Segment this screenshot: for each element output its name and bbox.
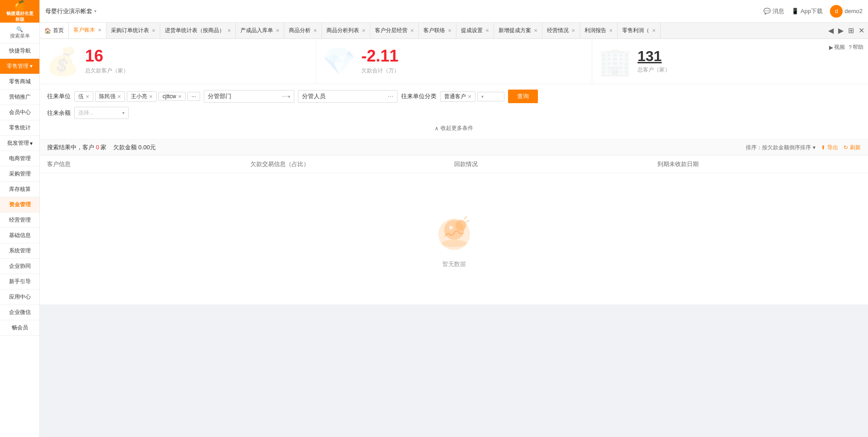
sidebar-item-basic-info[interactable]: 基础信息 — [0, 228, 39, 243]
sidebar-item-operation-mgmt[interactable]: 经营管理 — [0, 213, 39, 228]
help-btn[interactable]: ? 帮助 — [849, 43, 863, 51]
tab-new-promotion[interactable]: 新增提成方案 ✕ — [494, 23, 542, 39]
close-icon2[interactable]: ✕ — [227, 28, 231, 33]
refresh-icon: ↻ — [844, 144, 848, 151]
table-col-customer-info: 客户信息 — [47, 160, 250, 168]
app-download-btn[interactable]: 📱 App下载 — [791, 7, 823, 15]
empty-text: 暂无数据 — [442, 260, 466, 268]
sidebar-item-enterprise-wechat[interactable]: 企业微信 — [0, 305, 39, 320]
close-icon4[interactable]: ✕ — [313, 28, 317, 33]
remove-tag-chen[interactable]: ✕ — [117, 94, 121, 99]
remove-tag-wang[interactable]: ✕ — [149, 94, 153, 99]
tab-retail-profit-label: 零售利润（ — [622, 27, 649, 34]
sidebar-item-wholesale-mgmt[interactable]: 批发管理▾ — [0, 136, 39, 151]
sidebar-item-capital-mgmt[interactable]: 资金管理 — [0, 197, 39, 213]
close-icon6[interactable]: ✕ — [410, 28, 414, 33]
account-selector-arrow: ▾ — [94, 9, 96, 14]
tab-home[interactable]: 🏠 首页 — [40, 23, 69, 39]
tab-incoming-stats-label: 进货单统计表（按商品） — [165, 27, 225, 34]
export-btn[interactable]: ⬆ 导出 — [821, 144, 838, 152]
sidebar-item-retail-mall[interactable]: 零售商城 — [0, 74, 39, 90]
sidebar-item-member-center[interactable]: 会员中心 — [0, 105, 39, 120]
message-btn[interactable]: 💬 消息 — [763, 7, 784, 15]
tab-customer-tier[interactable]: 客户分层经营 ✕ — [370, 23, 419, 39]
sidebar-item-enterprise-collab[interactable]: 企业协同 — [0, 259, 39, 274]
close-icon11[interactable]: ✕ — [609, 28, 613, 33]
table-col-repay-info: 回款情况 — [454, 160, 657, 168]
sidebar-item-ecommerce-mgmt[interactable]: 电商管理 — [0, 151, 39, 166]
tab-purchase-order-stats[interactable]: 采购订单统计表 ✕ — [106, 23, 160, 39]
sidebar-item-purchase-mgmt[interactable]: 采购管理 — [0, 166, 39, 182]
tab-product-analysis-list-label: 商品分析列表 — [326, 27, 359, 34]
remove-tag-cjttcw[interactable]: ✕ — [178, 94, 182, 99]
unit-class-select[interactable]: ▾ — [477, 92, 504, 101]
video-label: 视频 — [834, 43, 845, 51]
filter-tag-more[interactable]: ··· — [187, 92, 200, 101]
sidebar-quick-nav[interactable]: 快捷导航 — [0, 43, 39, 59]
sidebar-item-retail-mgmt[interactable]: 零售管理 ▾ — [0, 59, 39, 74]
tab-customer-book[interactable]: 客户账本 ✕ — [69, 23, 106, 39]
filter-tag-cjttcw[interactable]: cjttcw ✕ — [158, 92, 186, 101]
tab-incoming-stats[interactable]: 进货单统计表（按商品） ✕ — [160, 23, 236, 39]
tab-product-analysis-list[interactable]: 商品分析列表 ✕ — [322, 23, 370, 39]
query-btn[interactable]: 查询 — [508, 90, 538, 103]
tab-customer-contact[interactable]: 客户联络 ✕ — [419, 23, 456, 39]
empty-illustration — [432, 209, 477, 255]
close-icon9[interactable]: ✕ — [534, 28, 537, 33]
sidebar-item-member-pass[interactable]: 畅会员 — [0, 320, 39, 336]
sidebar-item-system-mgmt[interactable]: 系统管理 — [0, 243, 39, 259]
tab-close-all-icon[interactable]: ✕ — [857, 25, 866, 36]
close-icon3[interactable]: ✕ — [276, 28, 279, 33]
close-icon5[interactable]: ✕ — [362, 28, 365, 33]
close-icon7[interactable]: ✕ — [448, 28, 451, 33]
user-name: demo2 — [844, 8, 863, 14]
dept-select[interactable]: 分管部门 ··· ▾ — [204, 90, 294, 103]
sidebar-item-retail-stats[interactable]: 零售统计 — [0, 120, 39, 136]
results-bar: 搜索结果中，客户 0 家 欠款金额 0.00元 排序：按欠款金额倒序排序 ▾ — [40, 140, 868, 156]
tab-customer-book-close[interactable]: ✕ — [98, 28, 101, 33]
export-label: 导出 — [827, 144, 838, 152]
search-label: 搜索菜单 — [3, 33, 37, 39]
user-menu[interactable]: d demo2 — [830, 5, 863, 18]
collapse-btn[interactable]: ∧ 收起更多条件 — [47, 123, 861, 134]
filter-tag-chen[interactable]: 陈民强 ✕ — [95, 91, 125, 102]
sidebar-item-inventory[interactable]: 库存核算 — [0, 182, 39, 197]
refresh-btn[interactable]: ↻ 刷新 — [844, 144, 861, 152]
remove-tag-wu[interactable]: ✕ — [86, 94, 89, 99]
stat-number-total-customers: 131 — [638, 49, 670, 63]
close-icon10[interactable]: ✕ — [571, 28, 575, 33]
tab-profit-report[interactable]: 利润报告 ✕ — [580, 23, 618, 39]
help-icon: ? — [849, 44, 852, 51]
account-selector[interactable]: 母婴行业演示帐套 ▾ — [45, 7, 96, 15]
tab-retail-profit[interactable]: 零售利润（ ✕ — [618, 23, 661, 39]
person-select[interactable]: 分管人员 ··· — [298, 90, 398, 103]
tab-expand-icon[interactable]: ⊞ — [846, 25, 856, 36]
tab-product-analysis[interactable]: 商品分析 ✕ — [284, 23, 322, 39]
stat-icon-building: 🏢 — [601, 48, 628, 75]
stat-icon-money: 💰 — [49, 48, 76, 75]
remove-tag-normal-customer[interactable]: ✕ — [468, 94, 471, 99]
collapse-label: 收起更多条件 — [441, 124, 473, 132]
video-btn[interactable]: ▶ 视频 — [829, 43, 845, 51]
tab-promotion-settings[interactable]: 提成设置 ✕ — [456, 23, 494, 39]
filter-tag-wu[interactable]: 伍 ✕ — [74, 91, 93, 102]
filter-tag-wang[interactable]: 王小亮 ✕ — [127, 91, 157, 102]
sidebar-item-app-center[interactable]: 应用中心 — [0, 290, 39, 305]
tab-operation-status[interactable]: 经营情况 ✕ — [542, 23, 580, 39]
sort-select[interactable]: 排序：按欠款金额倒序排序 ▾ — [746, 144, 815, 152]
sidebar-search[interactable]: 🔍 搜索菜单 — [0, 23, 39, 43]
table-header: 客户信息 欠款交易信息（占比） 回款情况 到期未收款日期 — [40, 156, 868, 173]
tab-prev-icon[interactable]: ◀ — [826, 25, 835, 36]
balance-select[interactable]: 选择... ▾ — [74, 107, 129, 119]
close-icon8[interactable]: ✕ — [485, 28, 489, 33]
stat-icon-gem: 💎 — [325, 48, 352, 75]
close-icon[interactable]: ✕ — [152, 28, 155, 33]
filter-tag-normal-customer[interactable]: 普通客户 ✕ — [440, 91, 475, 102]
sidebar-item-marketing[interactable]: 营销推广 — [0, 90, 39, 105]
person-more-icon: ··· — [388, 92, 393, 100]
tab-next-icon[interactable]: ▶ — [836, 25, 845, 36]
sidebar-item-new-guide[interactable]: 新手引导 — [0, 274, 39, 290]
tab-product-storage[interactable]: 产成品入库单 ✕ — [236, 23, 284, 39]
close-icon12[interactable]: ✕ — [652, 28, 656, 33]
play-icon: ▶ — [829, 44, 833, 51]
